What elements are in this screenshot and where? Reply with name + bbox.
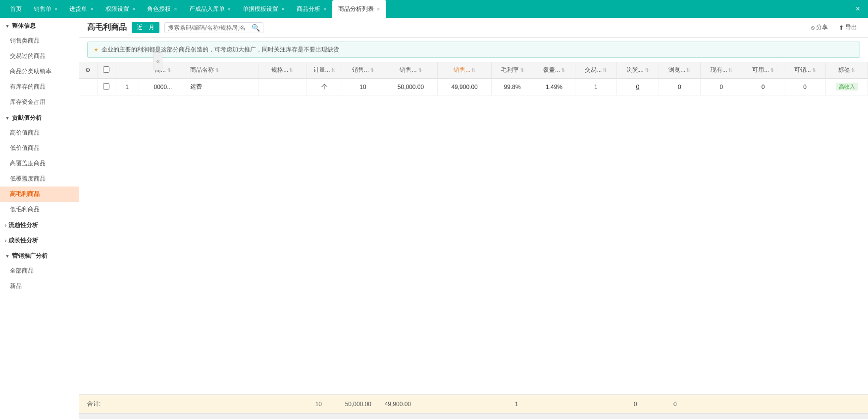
sidebar-group-growth[interactable]: › 成长性分析 — [0, 233, 79, 248]
col-header-spec[interactable]: 规格... ⇅ — [258, 62, 306, 79]
row-num-cell: 1 — [115, 79, 139, 95]
sort-icon-cover: ⇅ — [561, 67, 565, 73]
group-arrow-growth: › — [5, 238, 6, 243]
content-area: 高毛利商品 近一月 🔍 ⎋ 分享 ⬆ 导出 ✦ 企业的主要的利润都是这部分商品创… — [79, 18, 868, 419]
sort-icon-stock: ⇅ — [728, 67, 732, 73]
search-icon[interactable]: 🔍 — [252, 24, 260, 32]
tab-close-analysis-list[interactable]: × — [377, 6, 380, 12]
tab-analysis-list[interactable]: 商品分析列表 × — [332, 0, 386, 18]
table-body: 1 0000... 运费 个 10 50,000.00 49,900.00 99… — [79, 79, 868, 95]
tab-close-product-in[interactable]: × — [228, 6, 231, 12]
col-header-stock[interactable]: 现有... ⇅ — [701, 62, 742, 79]
bottom-scrollbar[interactable] — [79, 413, 868, 419]
sidebar-item-low-margin[interactable]: 低毛利商品 — [0, 202, 79, 217]
top-nav: 首页 销售单 × 进货单 × 权限设置 × 角色授权 × 产成品入库单 × 单据… — [0, 0, 868, 18]
col-header-sales-qty[interactable]: 销售... ⇅ — [342, 62, 384, 79]
table-header-row: ⚙ 商... ⇅ — [79, 62, 868, 79]
sort-icon-sale: ⇅ — [812, 67, 816, 73]
tab-template[interactable]: 单据模板设置 × — [237, 0, 290, 18]
main-layout: ▼ 整体信息 销售类商品 交易过的商品 商品分类助销率 有库存的商品 库存资金占… — [0, 18, 868, 419]
row-spec-cell — [258, 79, 306, 95]
sidebar-item-sales-products[interactable]: 销售类商品 — [0, 33, 79, 48]
tab-close-permissions[interactable]: × — [132, 6, 135, 12]
tab-close-template[interactable]: × — [281, 6, 284, 12]
tab-permissions[interactable]: 权限设置 × — [100, 0, 141, 18]
col-header-tag[interactable]: 标签 ⇅ — [826, 62, 868, 79]
sort-icon-unit: ⇅ — [331, 67, 335, 73]
col-header-sales-amt[interactable]: 销售... ⇅ — [384, 62, 438, 79]
data-table: ⚙ 商... ⇅ — [79, 62, 868, 95]
share-button[interactable]: ⎋ 分享 — [808, 22, 831, 33]
window-close-button[interactable]: × — [852, 4, 864, 13]
row-settings-cell — [79, 79, 97, 95]
col-header-checkbox[interactable] — [97, 62, 115, 79]
info-icon: ✦ — [94, 47, 99, 53]
sidebar-item-traded-products[interactable]: 交易过的商品 — [0, 48, 79, 64]
sidebar: ▼ 整体信息 销售类商品 交易过的商品 商品分类助销率 有库存的商品 库存资金占… — [0, 18, 79, 419]
col-header-sale[interactable]: 可销... ⇅ — [784, 62, 825, 79]
share-icon: ⎋ — [811, 24, 815, 31]
export-icon: ⬆ — [839, 24, 844, 31]
sidebar-item-low-coverage[interactable]: 低覆盖度商品 — [0, 171, 79, 186]
sidebar-item-high-coverage[interactable]: 高覆盖度商品 — [0, 156, 79, 171]
tab-close-sales[interactable]: × — [54, 6, 57, 12]
tab-close-roles[interactable]: × — [174, 6, 177, 12]
col-header-gross-rate[interactable]: 毛利率 ⇅ — [491, 62, 533, 79]
tab-roles[interactable]: 角色授权 × — [141, 0, 183, 18]
tab-product-in[interactable]: 产成品入库单 × — [183, 0, 237, 18]
content-header: 高毛利商品 近一月 🔍 ⎋ 分享 ⬆ 导出 — [79, 18, 868, 38]
col-header-settings[interactable]: ⚙ — [79, 62, 97, 79]
sidebar-item-category-rate[interactable]: 商品分类助销率 — [0, 64, 79, 79]
sort-icon-spec: ⇅ — [289, 67, 293, 73]
col-header-code[interactable]: 商... ⇅ — [139, 62, 187, 79]
col-header-name[interactable]: 商品名称 ⇅ — [187, 62, 258, 79]
sort-icon-name: ⇅ — [215, 67, 219, 73]
row-unit-cell: 个 — [306, 79, 342, 95]
group-arrow-contribution: ▼ — [5, 115, 10, 121]
sidebar-item-low-value[interactable]: 低价值商品 — [0, 140, 79, 156]
tab-product-analysis[interactable]: 商品分析 × — [291, 0, 332, 18]
sidebar-item-high-value[interactable]: 高价值商品 — [0, 125, 79, 140]
sidebar-collapse-button[interactable]: « — [153, 52, 162, 70]
sidebar-group-overall[interactable]: ▼ 整体信息 — [0, 18, 79, 33]
table-row: 1 0000... 运费 个 10 50,000.00 49,900.00 99… — [79, 79, 868, 95]
footer-sales-cost: 49,900.00 — [378, 401, 417, 408]
sidebar-item-stocked-products[interactable]: 有库存的商品 — [0, 79, 79, 94]
row-browse2-cell: 0 — [659, 79, 700, 95]
col-header-trade[interactable]: 交易... ⇅ — [575, 62, 616, 79]
search-input[interactable] — [168, 24, 252, 31]
sidebar-group-marketing[interactable]: ▼ 营销推广分析 — [0, 248, 79, 263]
tab-close-product-analysis[interactable]: × — [323, 6, 326, 12]
group-arrow-overall: ▼ — [5, 23, 10, 29]
col-header-unit[interactable]: 计量... ⇅ — [306, 62, 342, 79]
browse1-link[interactable]: 0 — [636, 84, 640, 91]
col-header-browse2[interactable]: 浏览... ⇅ — [659, 62, 700, 79]
select-all-checkbox[interactable] — [103, 66, 109, 73]
sidebar-item-high-margin[interactable]: 高毛利商品 — [0, 186, 79, 202]
row-stock-cell: 0 — [701, 79, 742, 95]
sidebar-item-all-products[interactable]: 全部商品 — [0, 263, 79, 279]
sidebar-group-contribution[interactable]: ▼ 贡献值分析 — [0, 110, 79, 125]
row-cover-cell: 1.49% — [533, 79, 575, 95]
tab-close-purchase[interactable]: × — [90, 6, 93, 12]
sort-icon-gross-rate: ⇅ — [520, 67, 524, 73]
tab-sales-order[interactable]: 销售单 × — [28, 0, 63, 18]
row-sale-cell: 0 — [784, 79, 825, 95]
row-checkbox[interactable] — [103, 83, 109, 90]
col-header-cover[interactable]: 覆盖... ⇅ — [533, 62, 575, 79]
col-header-browse1[interactable]: 浏览... ⇅ — [617, 62, 659, 79]
time-filter-button[interactable]: 近一月 — [132, 22, 159, 33]
sidebar-item-stock-capital[interactable]: 库存资金占用 — [0, 94, 79, 110]
col-header-sales-cost[interactable]: 销售... ⇅ — [438, 62, 492, 79]
tab-home[interactable]: 首页 — [4, 0, 28, 18]
sidebar-group-trend[interactable]: › 流趋性分析 — [0, 217, 79, 233]
group-arrow-marketing: ▼ — [5, 253, 10, 259]
sort-icon-trade: ⇅ — [603, 67, 607, 73]
tab-purchase[interactable]: 进货单 × — [63, 0, 99, 18]
sort-icon-code: ⇅ — [167, 67, 171, 73]
info-banner: ✦ 企业的主要的利润都是这部分商品创造的，可考虑加大推广，同时关注库存是不要出现… — [87, 42, 860, 58]
export-button[interactable]: ⬆ 导出 — [836, 22, 860, 33]
sidebar-item-new-products[interactable]: 新品 — [0, 279, 79, 294]
sort-icon-avail: ⇅ — [770, 67, 774, 73]
col-header-avail[interactable]: 可用... ⇅ — [742, 62, 784, 79]
